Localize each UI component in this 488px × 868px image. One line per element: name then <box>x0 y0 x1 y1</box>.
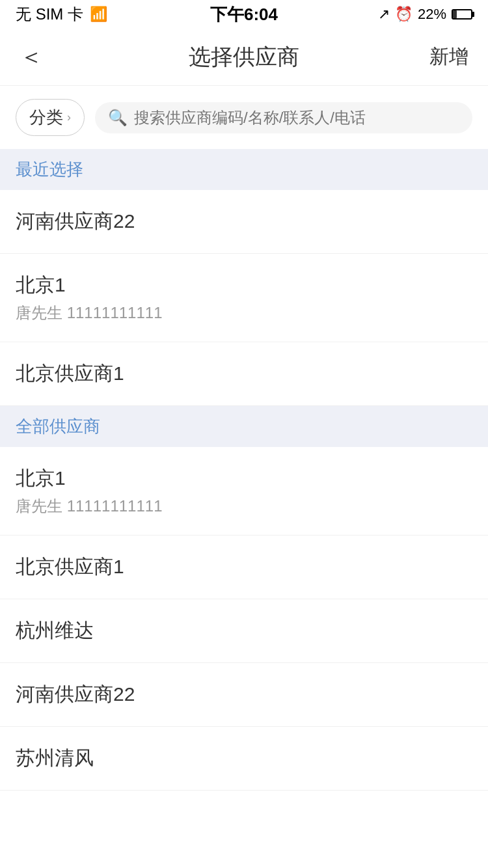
list-item[interactable]: 河南供应商22 <box>0 190 488 254</box>
list-item[interactable]: 北京1 唐先生 11111111111 <box>0 254 488 342</box>
all-items-list: 北京1 唐先生 11111111111 北京供应商1 杭州维达 河南供应商22 … <box>0 447 488 791</box>
battery-percent: 22% <box>418 6 446 23</box>
list-item[interactable]: 杭州维达 <box>0 599 488 663</box>
category-button[interactable]: 分类 › <box>16 99 85 136</box>
back-button[interactable]: ＜ <box>20 41 59 73</box>
recent-section-label: 最近选择 <box>16 159 83 179</box>
search-box: 🔍 <box>95 102 472 133</box>
recent-section-header: 最近选择 <box>0 149 488 190</box>
sim-status: 无 SIM 卡 <box>16 4 83 25</box>
list-item[interactable]: 河南供应商22 <box>0 663 488 727</box>
status-time: 下午6:04 <box>210 3 278 26</box>
item-name: 北京1 <box>16 465 472 492</box>
item-subtitle: 唐先生 11111111111 <box>16 303 472 323</box>
list-item[interactable]: 北京供应商1 <box>0 536 488 599</box>
item-subtitle: 唐先生 11111111111 <box>16 496 472 517</box>
all-section-label: 全部供应商 <box>16 416 100 436</box>
item-name: 苏州清风 <box>16 745 472 772</box>
nav-bar: ＜ 选择供应商 新增 <box>0 29 488 86</box>
status-bar: 无 SIM 卡 📶 下午6:04 ↗ ⏰ 22% <box>0 0 488 29</box>
item-name: 北京1 <box>16 272 472 299</box>
item-name: 杭州维达 <box>16 617 472 644</box>
search-input[interactable] <box>134 109 459 127</box>
category-label: 分类 <box>29 106 63 129</box>
item-name: 河南供应商22 <box>16 681 472 708</box>
status-right: ↗ ⏰ 22% <box>378 6 472 23</box>
item-name: 北京供应商1 <box>16 360 472 387</box>
list-item[interactable]: 北京供应商1 <box>0 342 488 406</box>
page-title: 选择供应商 <box>189 42 299 72</box>
item-name: 河南供应商22 <box>16 208 472 235</box>
wifi-icon: 📶 <box>90 6 107 23</box>
filter-bar: 分类 › 🔍 <box>0 86 488 149</box>
list-item[interactable]: 苏州清风 <box>0 727 488 791</box>
all-section-header: 全部供应商 <box>0 406 488 447</box>
alarm-icon: ⏰ <box>395 6 413 23</box>
search-icon: 🔍 <box>108 109 128 127</box>
list-item[interactable]: 北京1 唐先生 11111111111 <box>0 447 488 536</box>
add-button[interactable]: 新增 <box>429 44 468 70</box>
location-icon: ↗ <box>378 6 390 23</box>
item-name: 北京供应商1 <box>16 554 472 580</box>
battery-icon <box>452 9 472 20</box>
status-left: 无 SIM 卡 📶 <box>16 4 107 25</box>
battery-fill <box>453 10 457 18</box>
recent-items-list: 河南供应商22 北京1 唐先生 11111111111 北京供应商1 <box>0 190 488 406</box>
chevron-right-icon: › <box>67 111 71 124</box>
